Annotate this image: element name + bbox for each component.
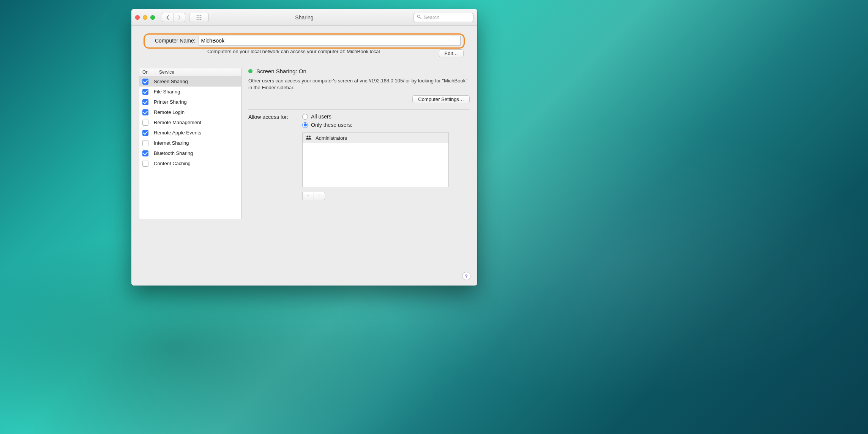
service-checkbox[interactable] <box>142 99 148 105</box>
close-window-button[interactable] <box>135 15 140 20</box>
service-label: Screen Sharing <box>154 79 188 84</box>
service-label: Remote Management <box>154 120 201 125</box>
column-on[interactable]: On <box>139 68 156 76</box>
service-label: Internet Sharing <box>154 140 189 146</box>
remove-user-button[interactable]: － <box>314 192 325 200</box>
content-area: Computer Name: Computers on your local n… <box>131 26 477 286</box>
add-remove-user-buttons: ＋ － <box>302 192 449 200</box>
svg-point-3 <box>197 17 198 18</box>
service-row[interactable]: Bluetooth Sharing <box>139 148 241 158</box>
minimize-window-button[interactable] <box>143 15 147 20</box>
access-radio-group: All users Only these users: Administrato… <box>302 114 449 200</box>
computer-name-subtext: Computers on your local network can acce… <box>207 49 405 54</box>
service-row[interactable]: Internet Sharing <box>139 138 241 148</box>
service-status-row: Screen Sharing: On <box>248 68 470 74</box>
svg-line-10 <box>420 17 421 19</box>
users-group-icon <box>306 135 312 141</box>
search-icon <box>417 14 421 20</box>
window-toolbar: Sharing <box>131 9 477 26</box>
svg-point-2 <box>200 15 202 16</box>
svg-point-1 <box>199 15 200 16</box>
forward-button[interactable] <box>174 13 185 22</box>
services-header: On Service <box>139 68 241 76</box>
svg-point-6 <box>197 19 198 20</box>
svg-point-0 <box>197 15 198 16</box>
service-row[interactable]: Printer Sharing <box>139 97 241 107</box>
computer-name-input[interactable] <box>199 36 461 46</box>
service-checkbox[interactable] <box>142 150 148 156</box>
allowed-users-list[interactable]: Administrators <box>302 133 449 187</box>
service-detail-pane: Screen Sharing: On Other users can acces… <box>248 68 470 219</box>
service-status-subtext: Other users can access your computer's s… <box>248 77 470 91</box>
svg-point-4 <box>199 17 200 18</box>
service-label: File Sharing <box>154 89 180 95</box>
svg-point-5 <box>200 17 202 18</box>
service-label: Remote Apple Events <box>154 130 201 136</box>
service-status-title: Screen Sharing: On <box>256 68 306 74</box>
help-button[interactable]: ? <box>462 272 470 280</box>
service-checkbox[interactable] <box>142 120 148 126</box>
allow-access-row: Allow access for: All users Only these u… <box>248 114 470 200</box>
allow-access-label: Allow access for: <box>248 114 298 120</box>
service-label: Bluetooth Sharing <box>154 150 193 156</box>
radio-only-users-label: Only these users: <box>311 122 352 128</box>
service-row[interactable]: Remote Apple Events <box>139 128 241 138</box>
svg-point-11 <box>306 136 308 137</box>
service-checkbox[interactable] <box>142 79 148 85</box>
service-checkbox[interactable] <box>142 161 148 167</box>
search-input[interactable] <box>424 14 470 20</box>
search-field[interactable] <box>413 13 473 22</box>
svg-point-8 <box>200 19 202 20</box>
column-service[interactable]: Service <box>156 68 241 76</box>
radio-button-icon <box>302 122 308 128</box>
service-checkbox[interactable] <box>142 140 148 146</box>
service-label: Printer Sharing <box>154 99 187 105</box>
services-table: On Service Screen SharingFile SharingPri… <box>139 68 241 219</box>
service-label: Remote Login <box>154 109 185 115</box>
service-row[interactable]: Content Caching <box>139 158 241 169</box>
service-checkbox[interactable] <box>142 130 148 136</box>
svg-point-7 <box>199 19 200 20</box>
radio-button-icon <box>302 114 308 120</box>
svg-point-9 <box>418 15 420 18</box>
service-row[interactable]: File Sharing <box>139 87 241 97</box>
nav-back-forward <box>162 13 185 22</box>
add-user-button[interactable]: ＋ <box>302 192 314 200</box>
service-checkbox[interactable] <box>142 109 148 115</box>
svg-point-12 <box>309 136 311 137</box>
show-all-prefs-button[interactable] <box>189 13 209 22</box>
zoom-window-button[interactable] <box>150 15 155 20</box>
radio-only-these-users[interactable]: Only these users: <box>302 122 449 128</box>
computer-name-row: Computer Name: <box>148 36 461 46</box>
services-body: Screen SharingFile SharingPrinter Sharin… <box>139 76 241 219</box>
user-row-label: Administrators <box>316 135 347 141</box>
service-label: Content Caching <box>154 161 191 166</box>
computer-name-label: Computer Name: <box>155 38 196 44</box>
edit-hostname-button[interactable]: Edit… <box>439 49 464 57</box>
back-button[interactable] <box>162 13 174 22</box>
sharing-preferences-window: Sharing Computer Name: Computers on your… <box>131 9 477 286</box>
radio-all-users-label: All users <box>311 114 331 120</box>
status-on-icon <box>248 69 253 73</box>
service-row[interactable]: Remote Login <box>139 107 241 117</box>
computer-settings-button[interactable]: Computer Settings… <box>412 95 470 103</box>
user-row[interactable]: Administrators <box>303 133 448 143</box>
service-checkbox[interactable] <box>142 89 148 95</box>
service-row[interactable]: Remote Management <box>139 117 241 128</box>
radio-all-users[interactable]: All users <box>302 114 449 120</box>
section-divider <box>248 109 470 110</box>
traffic-lights <box>135 15 155 20</box>
service-row[interactable]: Screen Sharing <box>139 76 241 87</box>
